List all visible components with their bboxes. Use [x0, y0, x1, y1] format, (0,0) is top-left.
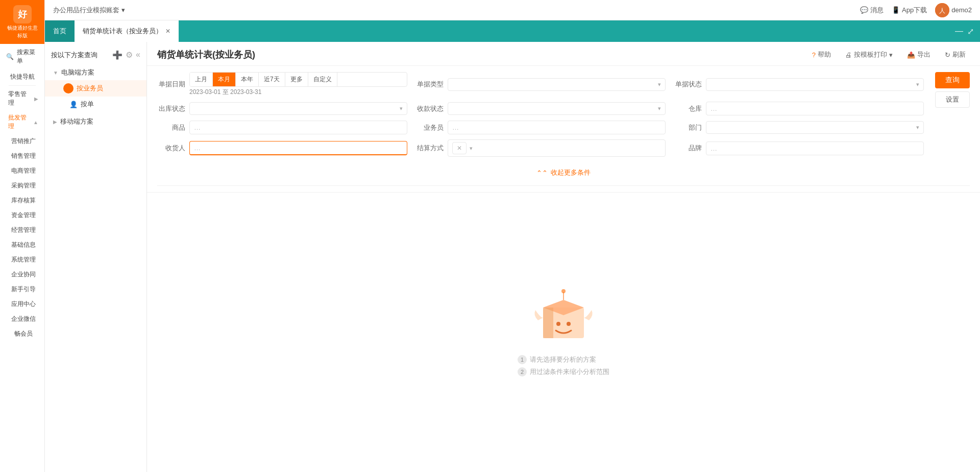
desktop-plans-node[interactable]: ▼ 电脑端方案: [45, 65, 146, 80]
brand-input[interactable]: …: [706, 141, 924, 155]
message-button[interactable]: 💬 消息: [860, 6, 884, 15]
logo-subtitle: 标版: [17, 33, 28, 39]
app-download-label: App下载: [902, 6, 927, 15]
home-label: 首页: [53, 27, 66, 36]
stock-status-filter-cell: 出库状态 ▾: [157, 102, 407, 115]
help-label: 帮助: [818, 50, 831, 59]
print-button[interactable]: 🖨 按模板打印 ▾: [841, 48, 897, 61]
mobile-plans-section: ▶ 移动端方案: [45, 114, 146, 129]
settings-button[interactable]: 设置: [935, 91, 970, 108]
consignee-input[interactable]: …: [189, 141, 407, 155]
sidebar-sales-label: 销售管理: [11, 152, 36, 160]
mobile-plans-node[interactable]: ▶ 移动端方案: [45, 114, 146, 129]
logo-icon: 好: [13, 5, 32, 23]
salesperson-placeholder: …: [452, 124, 459, 131]
payment-status-filter-cell: 收款状态 ▾: [415, 102, 666, 115]
app-download-icon: 📱: [892, 6, 900, 14]
warehouse-input[interactable]: …: [706, 102, 924, 115]
empty-hint-1-text: 请先选择要分析的方案: [530, 355, 596, 364]
sidebar-item-inventory[interactable]: 库存核算: [3, 193, 42, 208]
user-menu[interactable]: 人 demo2: [935, 3, 972, 17]
sidebar-item-member[interactable]: 畅会员: [6, 326, 39, 341]
chevron-right-icon: ▶: [34, 96, 38, 102]
goods-placeholder: …: [194, 124, 201, 131]
refresh-button[interactable]: ↻ 刷新: [941, 48, 970, 61]
content-area: 按以下方案查询 ➕ ⚙ « ▼ 电脑端方案 按业务员 👤: [45, 42, 980, 472]
filter-area: 单据日期 上月 本月 本年 近7天 更多 自定义: [147, 66, 980, 193]
salesperson-filter-cell: 业务员 …: [415, 121, 666, 134]
minimize-btn[interactable]: —: [955, 27, 963, 36]
export-button[interactable]: 📤 导出: [903, 48, 935, 61]
this-year-btn[interactable]: 本年: [236, 73, 259, 86]
sidebar-item-search[interactable]: 🔍 搜索菜单: [0, 44, 44, 69]
payment-status-select[interactable]: ▾: [448, 102, 666, 115]
last-7-btn[interactable]: 近7天: [259, 73, 285, 86]
plan-by-salesperson-label: 按业务员: [77, 84, 103, 93]
collapse-button[interactable]: ⌃⌃ 收起更多条件: [532, 164, 595, 181]
last-month-btn[interactable]: 上月: [190, 73, 213, 86]
plan-by-salesperson[interactable]: 按业务员: [45, 80, 146, 97]
sidebar-item-purchase[interactable]: 采购管理: [3, 178, 42, 193]
account-selector[interactable]: 办公用品行业模拟账套 ▾: [53, 6, 125, 15]
sidebar-item-quicknav[interactable]: 快捷导航: [0, 69, 44, 84]
sidebar-item-finance[interactable]: 资金管理: [3, 208, 42, 223]
sidebar-item-appstore[interactable]: 应用中心: [3, 297, 42, 312]
sidebar-item-marketing[interactable]: 营销推广: [3, 134, 42, 149]
sidebar-operation-label: 经营管理: [11, 226, 36, 234]
refresh-icon: ↻: [945, 51, 950, 59]
goods-input[interactable]: …: [189, 121, 407, 134]
sidebar-item-weixin[interactable]: 企业微信: [3, 312, 42, 326]
settlement-filter-cell: 结算方式 ✕ ▾: [415, 139, 666, 157]
sidebar-item-ecommerce[interactable]: 电商管理: [3, 163, 42, 178]
left-panel: 按以下方案查询 ➕ ⚙ « ▼ 电脑端方案 按业务员 👤: [45, 42, 147, 472]
more-btn[interactable]: 更多: [285, 73, 308, 86]
export-icon: 📤: [907, 51, 915, 59]
sidebar-item-wholesale[interactable]: 批发管理 ▲: [0, 110, 44, 134]
stock-status-select[interactable]: ▾: [189, 102, 407, 115]
salesperson-label: 业务员: [415, 123, 444, 132]
sidebar-item-enterprise[interactable]: 企业协同: [3, 267, 42, 282]
brand-filter-cell: 品牌 …: [674, 139, 924, 157]
settlement-control[interactable]: ✕ ▾: [448, 139, 666, 157]
tab-sales-report[interactable]: 销货单统计表（按业务员） ✕: [75, 20, 179, 42]
plan-by-order[interactable]: 👤 按单: [45, 97, 146, 112]
sidebar-item-newbie[interactable]: 新手引导: [3, 282, 42, 297]
consignee-label: 收货人: [157, 144, 185, 153]
sidebar-item-basic[interactable]: 基础信息: [3, 238, 42, 252]
sidebar-item-operation[interactable]: 经营管理: [3, 223, 42, 238]
doc-status-select[interactable]: ▾: [706, 78, 924, 91]
empty-hint-1: 1 请先选择要分析的方案: [518, 353, 609, 366]
sidebar-enterprise-label: 企业协同: [11, 270, 36, 279]
empty-hints: 1 请先选择要分析的方案 2 用过滤条件来缩小分析范围: [518, 353, 609, 378]
app-download-button[interactable]: 📱 App下载: [892, 6, 927, 15]
doc-type-select[interactable]: ▾: [448, 78, 666, 91]
settlement-tag-close[interactable]: ✕: [457, 145, 462, 152]
add-plan-button[interactable]: ➕: [112, 50, 122, 60]
panel-actions: ➕ ⚙ «: [112, 50, 140, 60]
maximize-btn[interactable]: ⤢: [967, 27, 974, 36]
dept-arrow-icon: ▾: [916, 124, 919, 131]
help-icon: ?: [812, 51, 816, 59]
sidebar-newbie-label: 新手引导: [11, 285, 36, 294]
help-button[interactable]: ? 帮助: [808, 48, 835, 61]
doc-type-filter-cell: 单据类型 ▾: [415, 72, 666, 97]
tab-close-icon[interactable]: ✕: [165, 28, 170, 35]
page-actions: ? 帮助 🖨 按模板打印 ▾ 📤 导出 ↻ 刷新: [808, 48, 970, 61]
salesperson-input[interactable]: …: [448, 121, 666, 134]
this-month-btn[interactable]: 本月: [213, 73, 236, 86]
consignee-filter-cell: 收货人 …: [157, 139, 407, 157]
settings-plan-button[interactable]: ⚙: [126, 50, 133, 60]
query-button[interactable]: 查询: [935, 72, 970, 88]
sidebar: 好 畅捷通好生意 标版 🔍 搜索菜单 快捷导航 零售管理 ▶ 批发管理 ▲ 营销…: [0, 0, 45, 472]
dept-select[interactable]: ▾: [706, 121, 924, 134]
sidebar-item-system[interactable]: 系统管理: [3, 252, 42, 267]
collapse-panel-button[interactable]: «: [136, 50, 140, 60]
custom-btn[interactable]: 自定义: [308, 73, 337, 86]
settlement-arrow-icon: ▾: [470, 145, 473, 152]
tab-home[interactable]: 首页: [45, 20, 75, 42]
desktop-plans-section: ▼ 电脑端方案 按业务员 👤 按单: [45, 65, 146, 112]
sidebar-item-sales[interactable]: 销售管理: [3, 149, 42, 163]
sidebar-item-retail[interactable]: 零售管理 ▶: [0, 87, 44, 110]
svg-rect-4: [543, 308, 553, 338]
doc-status-label: 单据状态: [674, 80, 702, 89]
